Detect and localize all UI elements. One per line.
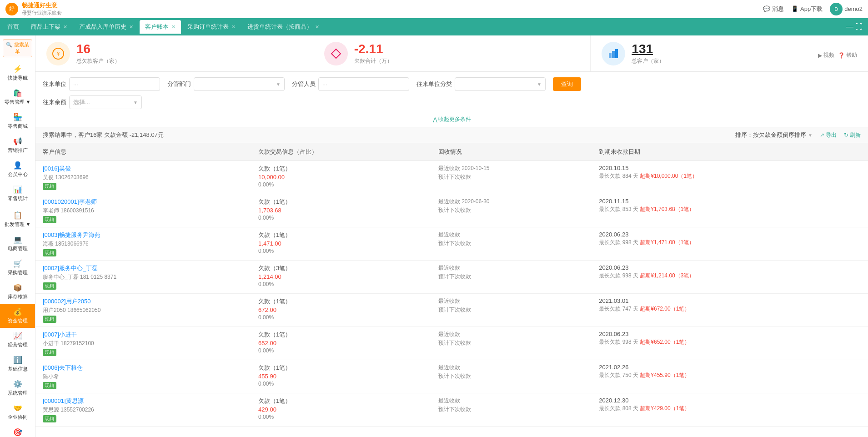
tab-customer-account[interactable]: 客户账本 ✕ <box>140 20 181 34</box>
app-download-btn[interactable]: 📱 App下载 <box>791 5 823 13</box>
department-select[interactable]: ▼ <box>194 77 285 91</box>
customer-phone: 用户2050 18665062050 <box>43 306 244 314</box>
help-label: 帮助 <box>846 51 857 59</box>
svg-rect-3 <box>612 51 615 58</box>
sidebar-item-retail-mall[interactable]: 🏪 零售商城 <box>0 109 35 133</box>
sidebar-item-inventory[interactable]: 📦 库存核算 <box>0 280 35 304</box>
sidebar-item-ops-mgmt[interactable]: 📈 经营管理 <box>0 328 35 352</box>
view-video-btn[interactable]: ▶ 视频 <box>818 51 834 59</box>
stat-overdue-customers-value: 16 <box>76 42 120 56</box>
sidebar-item-basic-info[interactable]: ℹ️ 基础信息 <box>0 352 35 376</box>
app-download-label: App下载 <box>800 5 823 13</box>
cell-due-date: 2020.06.23 最长欠款 998 天 超期¥1,471.00（1笔） <box>592 227 868 261</box>
export-btn[interactable]: ↗ 导出 <box>820 131 837 139</box>
app-logo-text: 畅捷通好生意 <box>22 1 62 10</box>
sidebar-item-retail-stats[interactable]: 📊 零售统计 <box>0 181 35 206</box>
unit-category-select[interactable]: ▼ <box>455 77 546 91</box>
cell-debt-info: 欠款（1笔） 455.90 0.00% <box>251 360 431 393</box>
next-payment: 预计下次收款 <box>438 240 585 247</box>
username-label: demo2 <box>844 5 863 12</box>
sort-text: 排序：按欠款金额倒序排序 <box>735 131 806 138</box>
overdue-link[interactable]: 超期¥10,000.00（1笔） <box>640 173 697 179</box>
customer-name-link[interactable]: [0001020001]李老师 <box>43 198 244 206</box>
sidebar-item-quick-nav[interactable]: ⚡ 快捷导航 <box>0 61 35 85</box>
table-row[interactable]: [000002]用户2050 用户2050 18665062050 现销 欠款（… <box>35 294 868 327</box>
table-header-row: 客户信息 欠款交易信息（占比） 回收情况 到期未收款日期 <box>35 143 868 161</box>
cell-customer-info: [0003]畅捷服务尹海燕 海燕 18513066976 现销 <box>35 227 251 261</box>
sidebar-item-system[interactable]: ⚙️ 系统管理 <box>0 376 35 400</box>
source-unit-input[interactable]: ··· <box>69 77 160 91</box>
sidebar-item-newbie[interactable]: 🎯 新手引导 <box>0 424 35 437</box>
next-payment: 预计下次收款 <box>438 206 585 214</box>
table-row[interactable]: [0002]服务中心_丁磊 服务中心_丁磊 181 0125 8371 现销 欠… <box>35 261 868 294</box>
sidebar-item-retail-mgmt[interactable]: 🛍️ 零售管理 ▼ <box>0 85 35 109</box>
overdue-link[interactable]: 超期¥672.00（1笔） <box>640 306 690 312</box>
filter-row-1: 往来单位 ··· 分管部门 ▼ 分管人员 ··· <box>43 77 861 91</box>
debt-ratio: 0.00% <box>258 281 424 287</box>
messages-btn[interactable]: 💬 消息 <box>763 5 784 13</box>
table-row[interactable]: [0016]吴俊 吴俊 13026203696 现销 欠款（1笔） 10,000… <box>35 161 868 194</box>
batch-mgmt-icon: 📋 <box>13 211 22 220</box>
logo-area: 好 畅捷通好生意 母婴行业演示账套 <box>5 1 62 16</box>
tab-end-icons: — ⛶ <box>843 23 866 31</box>
table-row[interactable]: [0006]去下粮仓 陈小希 现销 欠款（1笔） 455.90 0.00% 最近… <box>35 360 868 393</box>
overdue-link[interactable]: 超期¥429.00（1笔） <box>640 405 690 412</box>
sort-chevron-icon[interactable]: ▼ <box>808 133 813 138</box>
balance-select[interactable]: 选择... ▼ <box>69 95 142 109</box>
debt-amount: 1,471.00 <box>258 240 424 247</box>
sidebar-item-purchase-mgmt[interactable]: 🛒 采购管理 <box>0 256 35 280</box>
customer-badge: 现销 <box>43 183 56 190</box>
cell-due-date: 2020.11.15 最长欠款 853 天 超期¥1,703.68（1笔） <box>592 194 868 227</box>
tab-close-purchase-report[interactable]: ✕ <box>315 24 319 30</box>
tab-close-purchase-stats[interactable]: ✕ <box>231 24 236 30</box>
tab-close-product-off[interactable]: ✕ <box>63 24 67 30</box>
manager-input[interactable]: ··· <box>318 77 409 91</box>
sidebar-item-retail-mall-label: 零售商城 <box>8 123 28 130</box>
overdue-link[interactable]: 超期¥1,214.00（3笔） <box>640 272 694 279</box>
refresh-btn[interactable]: ↻ 刷新 <box>844 131 861 139</box>
customer-name-link[interactable]: [000002]用户2050 <box>43 297 244 306</box>
customer-name-link[interactable]: [000001]黄思源 <box>43 397 244 405</box>
table-row[interactable]: [000001]黄思源 黄思源 13552700226 现销 欠款（1笔） 42… <box>35 393 868 427</box>
customer-name-link[interactable]: [0003]畅捷服务尹海燕 <box>43 231 244 239</box>
tab-fullscreen-icon[interactable]: ⛶ <box>855 23 863 31</box>
help-btn[interactable]: ❓ 帮助 <box>838 51 857 59</box>
tab-product-off[interactable]: 商品上下架 ✕ <box>25 20 73 34</box>
overdue-link[interactable]: 超期¥455.90（1笔） <box>640 372 690 378</box>
overdue-link[interactable]: 超期¥1,703.68（1笔） <box>640 206 694 212</box>
customer-name-link[interactable]: [0002]服务中心_丁磊 <box>43 264 244 272</box>
sidebar-item-marketing[interactable]: 📢 营销推广 <box>0 133 35 157</box>
tab-product-history[interactable]: 产成品入库单历史 ✕ <box>74 20 139 34</box>
customer-name-link[interactable]: [0006]去下粮仓 <box>43 364 244 372</box>
tab-close-customer-account[interactable]: ✕ <box>171 24 176 30</box>
main-layout: 🔍 搜索菜单 ⚡ 快捷导航 🛍️ 零售管理 ▼ 🏪 零售商城 📢 营销推广 👤 … <box>0 35 868 437</box>
tab-home[interactable]: 首页 <box>2 20 25 34</box>
stat-right-actions: ▶ 视频 ❓ 帮助 <box>818 48 857 59</box>
sidebar-item-batch-mgmt[interactable]: 📋 批发管理 ▼ <box>0 207 35 231</box>
table-row[interactable]: [0007]小进干 小进干 18279152100 现销 欠款（1笔） 652.… <box>35 327 868 360</box>
search-button[interactable]: 查询 <box>553 77 581 91</box>
sidebar-item-enterprise-collab[interactable]: 🤝 企业协同 <box>0 400 35 424</box>
sidebar-item-member[interactable]: 👤 会员中心 <box>0 157 35 181</box>
overdue-link[interactable]: 超期¥1,471.00（1笔） <box>640 239 694 246</box>
tab-purchase-report[interactable]: 进货单统计表（按商品） ✕ <box>242 20 325 34</box>
table-row[interactable]: [0001020001]李老师 李老师 18600391516 现销 欠款（1笔… <box>35 194 868 227</box>
collapse-button[interactable]: ⋀ 收起更多条件 <box>433 116 471 123</box>
due-date: 2021.02.26 <box>599 364 861 371</box>
due-days: 最长欠款 998 天 超期¥1,471.00（1笔） <box>599 239 861 246</box>
stat-overdue-customers: ¥ 16 总欠款客户（家） <box>35 35 313 71</box>
sidebar-item-ecom-mgmt[interactable]: 💻 电商管理 <box>0 231 35 256</box>
stat-overdue-amount-label: 欠款合计（万） <box>354 57 392 65</box>
customer-name-link[interactable]: [0007]小进干 <box>43 331 244 339</box>
customer-name-link[interactable]: [0016]吴俊 <box>43 165 244 173</box>
tab-close-product-history[interactable]: ✕ <box>129 24 133 30</box>
user-profile[interactable]: D demo2 <box>830 3 863 15</box>
unit-category-chevron-icon: ▼ <box>537 82 542 87</box>
overdue-link[interactable]: 超期¥652.00（1笔） <box>640 339 690 345</box>
customer-phone: 李老师 18600391516 <box>43 207 244 215</box>
tab-minimize-icon[interactable]: — <box>846 23 853 31</box>
table-row[interactable]: [0003]畅捷服务尹海燕 海燕 18513066976 现销 欠款（1笔） 1… <box>35 227 868 261</box>
sidebar-search-button[interactable]: 🔍 搜索菜单 <box>3 39 32 57</box>
tab-purchase-stats[interactable]: 采购订单统计表 ✕ <box>182 20 241 34</box>
sidebar-item-finance[interactable]: 💰 资金管理 <box>0 304 35 328</box>
